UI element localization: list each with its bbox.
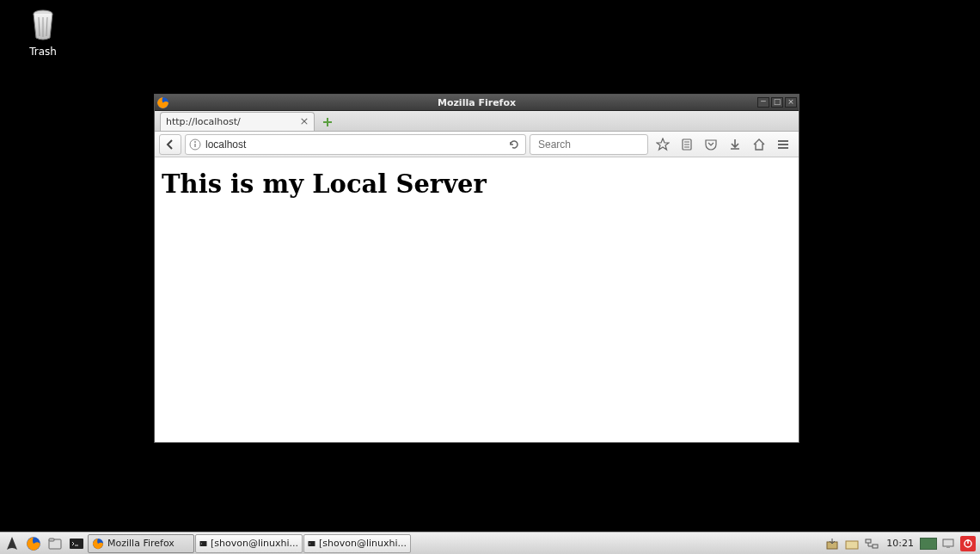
download-icon bbox=[728, 138, 742, 151]
tray-volume[interactable] bbox=[920, 535, 937, 552]
home-button[interactable] bbox=[748, 134, 770, 155]
reload-icon bbox=[508, 138, 520, 151]
back-arrow-icon bbox=[164, 138, 176, 151]
back-button[interactable] bbox=[159, 134, 181, 155]
page-viewport[interactable]: This is my Local Server bbox=[155, 157, 799, 442]
arch-logo-icon bbox=[3, 535, 21, 552]
close-button[interactable]: × bbox=[785, 97, 797, 108]
svg-rect-22 bbox=[70, 539, 83, 549]
terminal-icon bbox=[308, 538, 315, 550]
box-arrow-icon bbox=[825, 537, 839, 551]
files-icon bbox=[47, 536, 63, 551]
svg-rect-9 bbox=[194, 144, 195, 147]
search-input[interactable] bbox=[538, 138, 667, 151]
firefox-icon bbox=[26, 536, 41, 551]
network-icon bbox=[865, 537, 879, 551]
svg-rect-31 bbox=[946, 546, 950, 548]
firefox-icon bbox=[92, 538, 104, 550]
desktop-icon bbox=[941, 537, 955, 551]
trash-icon bbox=[30, 9, 56, 41]
svg-rect-24 bbox=[199, 541, 206, 546]
terminal-icon bbox=[69, 536, 84, 551]
svg-rect-30 bbox=[943, 539, 953, 546]
window-title: Mozilla Firefox bbox=[155, 97, 799, 108]
app-menu-button[interactable] bbox=[2, 534, 22, 553]
taskbar-task-terminal-1[interactable]: [shovon@linuxhi... bbox=[195, 534, 303, 553]
reload-button[interactable] bbox=[506, 138, 522, 151]
tray-power-button[interactable] bbox=[959, 535, 977, 552]
terminal-icon bbox=[199, 538, 207, 550]
browser-window: Mozilla Firefox ─ □ × http://localhost/ … bbox=[154, 94, 799, 443]
task-label: [shovon@linuxhi... bbox=[319, 538, 407, 549]
tray-folder-icon[interactable] bbox=[843, 535, 861, 552]
pocket-icon bbox=[704, 138, 718, 151]
tab-bar: http://localhost/ × bbox=[155, 111, 799, 132]
folder-icon bbox=[845, 537, 859, 551]
task-label: [shovon@linuxhi... bbox=[211, 538, 298, 549]
menu-button[interactable] bbox=[772, 134, 794, 155]
reading-list-button[interactable] bbox=[676, 134, 698, 155]
terminal-launcher[interactable] bbox=[66, 534, 87, 553]
url-bar[interactable] bbox=[185, 134, 526, 155]
desktop-trash[interactable]: Trash bbox=[24, 9, 62, 58]
taskbar-task-firefox[interactable]: Mozilla Firefox bbox=[88, 534, 194, 553]
star-icon bbox=[656, 138, 670, 151]
search-bar[interactable] bbox=[530, 134, 648, 155]
volume-icon bbox=[920, 538, 937, 550]
minimize-button[interactable]: ─ bbox=[757, 97, 769, 108]
svg-rect-6 bbox=[323, 121, 332, 123]
files-launcher[interactable] bbox=[45, 534, 65, 553]
svg-rect-27 bbox=[846, 541, 858, 549]
titlebar[interactable]: Mozilla Firefox ─ □ × bbox=[155, 95, 799, 111]
info-icon[interactable] bbox=[189, 138, 201, 151]
tray-clock[interactable]: 10:21 bbox=[883, 538, 917, 549]
svg-point-8 bbox=[194, 141, 196, 143]
plus-icon bbox=[322, 117, 333, 127]
new-tab-button[interactable] bbox=[318, 114, 337, 131]
browser-tab[interactable]: http://localhost/ × bbox=[160, 112, 315, 131]
task-label: Mozilla Firefox bbox=[107, 538, 175, 549]
desktop-trash-label: Trash bbox=[24, 46, 62, 58]
svg-rect-29 bbox=[873, 545, 878, 548]
tray-network-icon[interactable] bbox=[863, 535, 880, 552]
nav-toolbar bbox=[155, 132, 799, 157]
svg-rect-25 bbox=[308, 541, 315, 546]
tray-show-desktop[interactable] bbox=[940, 535, 957, 552]
url-input[interactable] bbox=[205, 138, 502, 151]
clipboard-icon bbox=[680, 138, 694, 151]
hamburger-icon bbox=[776, 138, 790, 151]
downloads-button[interactable] bbox=[724, 134, 746, 155]
tab-title: http://localhost/ bbox=[166, 116, 241, 127]
maximize-button[interactable]: □ bbox=[771, 97, 783, 108]
home-icon bbox=[752, 138, 766, 151]
system-tray: 10:21 bbox=[824, 535, 978, 552]
page-heading: This is my Local Server bbox=[162, 169, 792, 199]
pocket-button[interactable] bbox=[700, 134, 722, 155]
svg-rect-21 bbox=[49, 539, 54, 541]
bookmark-star-button[interactable] bbox=[652, 134, 674, 155]
tab-close-icon[interactable]: × bbox=[298, 116, 310, 128]
firefox-launcher[interactable] bbox=[23, 534, 44, 553]
taskbar: Mozilla Firefox [shovon@linuxhi... [shov… bbox=[0, 532, 980, 554]
svg-rect-28 bbox=[866, 539, 871, 543]
tray-updates-icon[interactable] bbox=[824, 535, 841, 552]
taskbar-task-terminal-2[interactable]: [shovon@linuxhi... bbox=[303, 534, 411, 553]
power-icon bbox=[960, 536, 976, 551]
